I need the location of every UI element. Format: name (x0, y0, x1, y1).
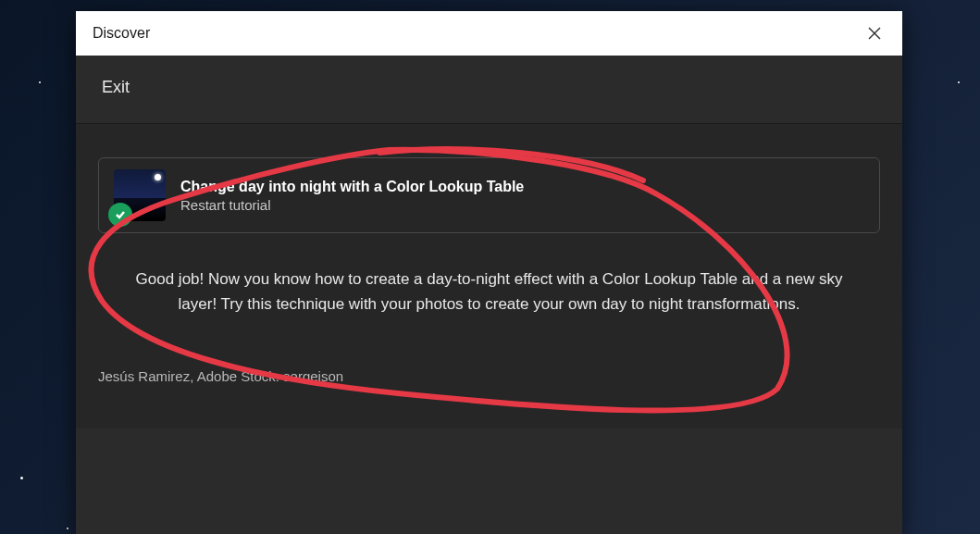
restart-tutorial-label: Restart tutorial (180, 197, 524, 213)
bg-star (958, 81, 960, 83)
separator (76, 428, 902, 438)
tutorial-card[interactable]: Change day into night with a Color Looku… (98, 157, 880, 233)
modal-title: Discover (93, 25, 150, 42)
tutorial-title: Change day into night with a Color Looku… (180, 179, 524, 195)
completion-message: Good job! Now you know how to create a d… (98, 267, 880, 317)
card-text: Change day into night with a Color Looku… (180, 179, 524, 213)
content-panel: Change day into night with a Color Looku… (76, 123, 902, 428)
close-icon (867, 26, 882, 41)
exit-bar: Exit (76, 56, 902, 123)
modal-header: Discover (76, 11, 902, 56)
close-button[interactable] (863, 22, 886, 44)
exit-link[interactable]: Exit (102, 78, 130, 96)
discover-modal: Discover Exit Change day into night with… (76, 11, 902, 534)
bg-star (39, 81, 41, 83)
check-icon (114, 208, 127, 221)
bg-star (20, 477, 23, 479)
thumbnail-wrap (114, 169, 166, 221)
bg-star (67, 528, 68, 529)
completed-badge (108, 203, 132, 227)
credit-text: Jesús Ramirez, Adobe Stock: sergejson (98, 368, 880, 384)
